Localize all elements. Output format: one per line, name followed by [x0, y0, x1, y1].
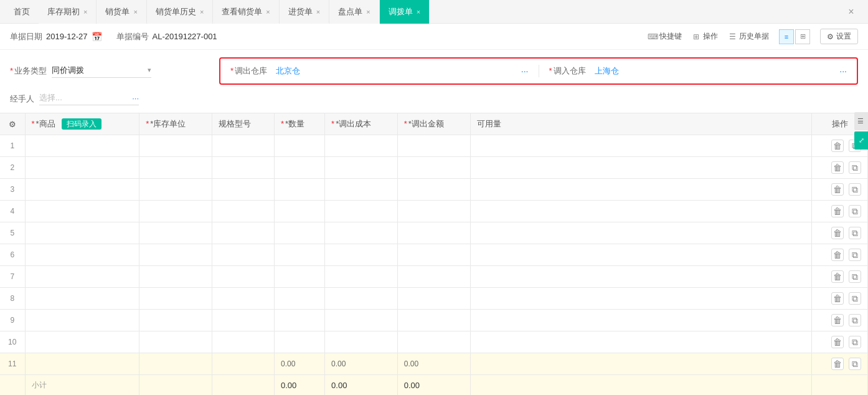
- row-unit[interactable]: [139, 288, 212, 310]
- row-amount[interactable]: [397, 157, 470, 179]
- settings-button[interactable]: ⚙ 设置: [820, 29, 858, 44]
- sidebar-notes-button[interactable]: ☰: [854, 112, 868, 130]
- row-copy-button[interactable]: ⧉: [849, 227, 861, 239]
- row-copy-button[interactable]: ⧉: [849, 292, 861, 305]
- calendar-icon[interactable]: 📅: [92, 32, 101, 42]
- row-amount[interactable]: [397, 179, 470, 201]
- row-product[interactable]: [25, 179, 139, 201]
- row-copy-button[interactable]: ⧉: [849, 183, 861, 196]
- row-copy-button[interactable]: ⧉: [849, 314, 861, 326]
- row-quantity[interactable]: [275, 331, 325, 353]
- tab-inventory-initial[interactable]: 库存期初 ×: [39, 0, 97, 24]
- action-button[interactable]: ⊞ 操作: [692, 31, 718, 42]
- row-amount[interactable]: [397, 266, 470, 288]
- row-available[interactable]: [470, 179, 812, 201]
- row-amount[interactable]: [397, 244, 470, 266]
- row-spec[interactable]: [212, 135, 274, 157]
- row-unit[interactable]: [139, 157, 212, 179]
- row-available[interactable]: [470, 331, 812, 353]
- tab-inventory-check[interactable]: 盘点单 ×: [329, 0, 379, 24]
- row-delete-button[interactable]: 🗑: [831, 183, 844, 196]
- row-amount[interactable]: [397, 222, 470, 244]
- row-amount[interactable]: [397, 288, 470, 310]
- row-cost[interactable]: [325, 201, 398, 222]
- shortcut-button[interactable]: ⌨ 快捷键: [648, 31, 682, 42]
- row-copy-button[interactable]: ⧉: [849, 270, 861, 283]
- scan-button[interactable]: 扫码录入: [62, 118, 101, 130]
- row-delete-button[interactable]: 🗑: [831, 227, 844, 239]
- tab-transfer-order-close[interactable]: ×: [417, 8, 420, 16]
- subtotal-copy-button[interactable]: ⧉: [849, 358, 861, 370]
- row-delete-button[interactable]: 🗑: [831, 140, 844, 152]
- row-spec[interactable]: [212, 331, 274, 353]
- tab-sales-history[interactable]: 销货单历史 ×: [147, 0, 213, 24]
- row-product[interactable]: [25, 201, 139, 222]
- tab-purchase-order-close[interactable]: ×: [316, 8, 320, 16]
- transfer-out-more-button[interactable]: ···: [521, 66, 529, 76]
- row-copy-button[interactable]: ⧉: [849, 161, 861, 174]
- row-cost[interactable]: [325, 179, 398, 201]
- sidebar-export-button[interactable]: ⤢: [854, 131, 868, 150]
- row-spec[interactable]: [212, 157, 274, 179]
- row-available[interactable]: [470, 266, 812, 288]
- row-product[interactable]: [25, 244, 139, 266]
- row-product[interactable]: [25, 135, 139, 157]
- row-delete-button[interactable]: 🗑: [831, 292, 844, 305]
- row-spec[interactable]: [212, 222, 274, 244]
- row-spec[interactable]: [212, 310, 274, 331]
- row-available[interactable]: [470, 201, 812, 222]
- row-spec[interactable]: [212, 179, 274, 201]
- tab-sales-order[interactable]: 销货单 ×: [97, 0, 146, 24]
- row-available[interactable]: [470, 288, 812, 310]
- row-spec[interactable]: [212, 288, 274, 310]
- row-quantity[interactable]: [275, 310, 325, 331]
- row-quantity[interactable]: [275, 288, 325, 310]
- row-quantity[interactable]: [275, 201, 325, 222]
- tab-inventory-initial-close[interactable]: ×: [83, 8, 87, 16]
- row-product[interactable]: [25, 288, 139, 310]
- history-button[interactable]: ☰ 历史单据: [728, 31, 769, 42]
- row-product[interactable]: [25, 266, 139, 288]
- row-amount[interactable]: [397, 201, 470, 222]
- row-amount[interactable]: [397, 310, 470, 331]
- subtotal-delete-button[interactable]: 🗑: [831, 358, 844, 370]
- row-cost[interactable]: [325, 222, 398, 244]
- tab-inventory-check-close[interactable]: ×: [366, 8, 370, 16]
- row-cost[interactable]: [325, 310, 398, 331]
- row-available[interactable]: [470, 157, 812, 179]
- row-product[interactable]: [25, 222, 139, 244]
- row-quantity[interactable]: [275, 266, 325, 288]
- row-delete-button[interactable]: 🗑: [831, 314, 844, 326]
- row-delete-button[interactable]: 🗑: [831, 270, 844, 283]
- row-unit[interactable]: [139, 331, 212, 353]
- tab-view-sales[interactable]: 查看销货单 ×: [213, 0, 279, 24]
- row-cost[interactable]: [325, 135, 398, 157]
- transfer-in-more-button[interactable]: ···: [839, 66, 847, 76]
- row-product[interactable]: [25, 310, 139, 331]
- row-delete-button[interactable]: 🗑: [831, 205, 844, 217]
- row-available[interactable]: [470, 222, 812, 244]
- transfer-out-value[interactable]: 北京仓: [276, 65, 300, 77]
- window-close-button[interactable]: ×: [839, 0, 863, 24]
- row-available[interactable]: [470, 244, 812, 266]
- row-quantity[interactable]: [275, 135, 325, 157]
- manager-more-button[interactable]: ···: [132, 93, 139, 103]
- row-cost[interactable]: [325, 244, 398, 266]
- row-unit[interactable]: [139, 135, 212, 157]
- row-delete-button[interactable]: 🗑: [831, 336, 844, 348]
- row-quantity[interactable]: [275, 222, 325, 244]
- row-unit[interactable]: [139, 222, 212, 244]
- row-spec[interactable]: [212, 244, 274, 266]
- business-type-select[interactable]: 同价调拨 ▾: [52, 65, 151, 78]
- tab-purchase-order[interactable]: 进货单 ×: [280, 0, 329, 24]
- row-cost[interactable]: [325, 157, 398, 179]
- row-delete-button[interactable]: 🗑: [831, 249, 844, 261]
- tab-view-sales-close[interactable]: ×: [266, 8, 270, 16]
- layout-grid-button[interactable]: ⊞: [795, 29, 810, 44]
- tab-sales-order-close[interactable]: ×: [133, 8, 137, 16]
- row-copy-button[interactable]: ⧉: [849, 336, 861, 348]
- row-available[interactable]: [470, 310, 812, 331]
- row-quantity[interactable]: [275, 179, 325, 201]
- column-gear[interactable]: ⚙: [0, 113, 25, 135]
- manager-select[interactable]: 选择... ···: [39, 92, 139, 105]
